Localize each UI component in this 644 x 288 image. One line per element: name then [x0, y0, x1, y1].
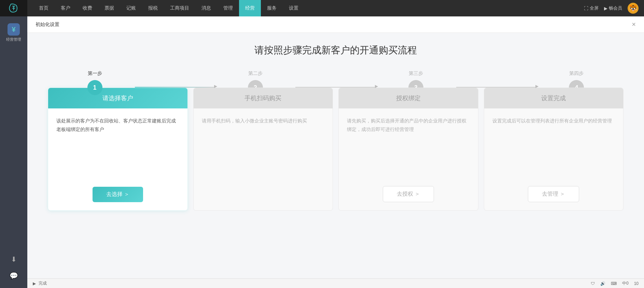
top-nav: 首页 客户 收费 票据 记账 报税 工商项目 消息 管理 经营 服务 设置 ⛶ …	[0, 0, 644, 16]
play-icon: ▶	[604, 6, 607, 11]
nav-home[interactable]: 首页	[33, 0, 55, 16]
card-step3: 授权绑定 请先购买，购买后选择开通的产品中的企业用户进行授权绑定，成功后即可进行…	[338, 88, 478, 211]
nav-service[interactable]: 服务	[261, 0, 283, 16]
card-step2: 手机扫码购买 请用手机扫码，输入小微企业主账号密码进行购买	[193, 88, 333, 211]
nav-operation[interactable]: 经营	[239, 0, 261, 16]
card4-body: 设置完成后可以在管理列表进行所有企业用户的经营管理	[484, 108, 624, 181]
step4-label: 第四步	[569, 70, 584, 77]
content-area: 初始化设置 × 请按照步骤完成新客户的开通购买流程 第一步 1 ▶ 第二步	[27, 16, 644, 288]
sidebar-item-label: 经营管理	[6, 37, 21, 42]
card2-body: 请用手机扫码，输入小微企业主账号密码进行购买	[194, 108, 333, 197]
arrow-1: ▶	[135, 87, 215, 88]
card2-desc: 请用手机扫码，输入小微企业主账号密码进行购买	[202, 117, 325, 191]
volume-icon: 🔊	[600, 281, 605, 286]
status-text: 完成	[39, 280, 47, 286]
card-step1: 请选择客户 该处展示的客户为不在回收站、客户状态正常建账后完成老板端绑定的所有客…	[48, 88, 188, 211]
flow-title: 请按照步骤完成新客户的开通购买流程	[48, 44, 624, 57]
go-auth-button[interactable]: 去授权 ＞	[383, 186, 434, 202]
card1-footer: 去选择 ＞	[48, 181, 187, 210]
nav-manage[interactable]: 管理	[217, 0, 239, 16]
card4-header: 设置完成	[484, 88, 624, 108]
play-icon: ▶	[33, 281, 36, 286]
step1-circle: 1	[87, 80, 102, 95]
time-indicator: 10	[634, 281, 639, 286]
card4-desc: 设置完成后可以在管理列表进行所有企业用户的经营管理	[492, 117, 615, 175]
card1-desc: 该处展示的客户为不在回收站、客户状态正常建账后完成老板端绑定的所有客户	[56, 117, 179, 176]
card3-desc: 请先购买，购买后选择开通的产品中的企业用户进行授权绑定，成功后即可进行经营管理	[347, 117, 470, 175]
card2-header: 手机扫码购买	[194, 88, 333, 108]
status-left: ▶ 完成	[33, 280, 47, 286]
sidebar-bottom: ⬇ 💬	[7, 252, 20, 288]
arrow-2: ▶	[295, 87, 376, 88]
close-button[interactable]: ×	[632, 21, 636, 28]
fullscreen-icon: ⛶	[584, 6, 588, 11]
page-header: 初始化设置 ×	[27, 16, 644, 33]
support-icon[interactable]: 💬	[7, 269, 20, 283]
operation-icon: ¥	[8, 23, 20, 36]
page-title: 初始化设置	[36, 22, 59, 28]
nav-fee[interactable]: 收费	[76, 0, 98, 16]
ime-indicator: 中0	[622, 280, 629, 286]
nav-message[interactable]: 消息	[195, 0, 217, 16]
nav-customer[interactable]: 客户	[55, 0, 76, 16]
page-content: 请按照步骤完成新客户的开通购买流程 第一步 1 ▶ 第二步 2	[27, 33, 644, 278]
nav-items: 首页 客户 收费 票据 记账 报税 工商项目 消息 管理 经营 服务 设置	[27, 0, 584, 16]
keyboard-icon: ⌨	[611, 281, 617, 286]
card3-footer: 去授权 ＞	[339, 181, 478, 210]
step3-label: 第三步	[409, 70, 423, 77]
card-step4: 设置完成 设置完成后可以在管理列表进行所有企业用户的经营管理 去管理 ＞	[484, 88, 624, 211]
card2-footer	[194, 197, 333, 210]
logo-icon	[8, 3, 19, 14]
avatar[interactable]: 🐯	[628, 3, 639, 14]
download-icon[interactable]: ⬇	[7, 252, 20, 266]
status-right: 🛡 🔊 ⌨ 中0 10	[591, 280, 639, 286]
main-layout: ¥ 经营管理 ⬇ 💬 初始化设置 × 请按照步骤完成新客户的开通购买流程 第一步…	[0, 16, 644, 288]
card4-footer: 去管理 ＞	[484, 181, 624, 210]
arrow-3: ▶	[456, 87, 536, 88]
nav-settings[interactable]: 设置	[283, 0, 305, 16]
sidebar-item-operation[interactable]: ¥ 经营管理	[0, 19, 27, 46]
step1-label: 第一步	[88, 70, 102, 77]
nav-tax[interactable]: 报税	[142, 0, 164, 16]
nav-business[interactable]: 工商项目	[164, 0, 195, 16]
logo[interactable]	[0, 0, 27, 16]
nav-accounting[interactable]: 记账	[120, 0, 142, 16]
card1-body: 该处展示的客户为不在回收站、客户状态正常建账后完成老板端绑定的所有客户	[48, 108, 187, 181]
nav-invoice[interactable]: 票据	[98, 0, 120, 16]
go-select-button[interactable]: 去选择 ＞	[93, 187, 143, 202]
member-btn[interactable]: ▶ 畅会员	[604, 5, 622, 11]
status-bar: ▶ 完成 🛡 🔊 ⌨ 中0 10	[27, 278, 644, 288]
cards-row: 请选择客户 该处展示的客户为不在回收站、客户状态正常建账后完成老板端绑定的所有客…	[48, 88, 624, 211]
step2-label: 第二步	[248, 70, 263, 77]
card3-body: 请先购买，购买后选择开通的产品中的企业用户进行授权绑定，成功后即可进行经营管理	[339, 108, 478, 181]
sidebar: ¥ 经营管理 ⬇ 💬	[0, 16, 27, 288]
shield-icon: 🛡	[591, 281, 595, 286]
card1-header: 请选择客户	[48, 88, 187, 108]
card3-header: 授权绑定	[339, 88, 478, 108]
go-manage-button[interactable]: 去管理 ＞	[528, 186, 579, 202]
fullscreen-btn[interactable]: ⛶ 全屏	[584, 5, 599, 11]
nav-right: ⛶ 全屏 ▶ 畅会员 🐯	[584, 3, 644, 14]
